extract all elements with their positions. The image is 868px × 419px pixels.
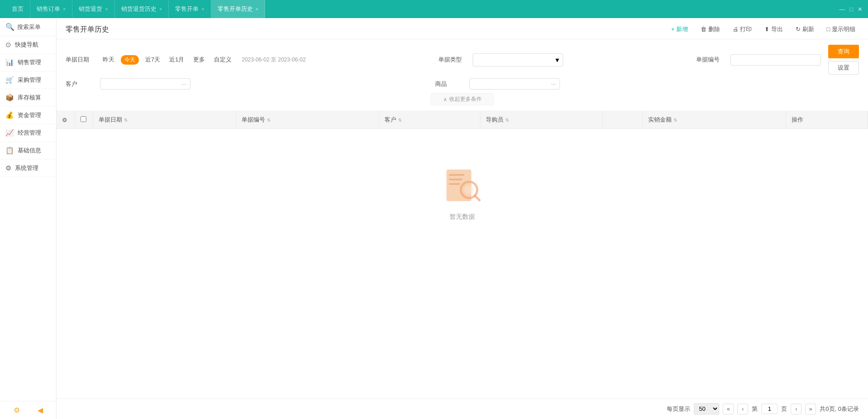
th-checkbox[interactable]: [75, 111, 93, 129]
date-opt-近7天[interactable]: 近7天: [142, 55, 163, 65]
sidebar-item-label: 基础信息: [18, 146, 41, 155]
sidebar-item-采购管理[interactable]: 🛒采购管理: [0, 71, 56, 89]
th-action: 操作: [786, 111, 868, 129]
svg-line-5: [475, 196, 479, 200]
sidebar-settings-btn[interactable]: ⚙: [14, 406, 20, 414]
th-settings[interactable]: ⚙: [57, 111, 75, 129]
sidebar-item-快捷导航[interactable]: ⊙快捷导航: [0, 36, 56, 54]
page-header: 零售开单历史 + 新增 🗑 删除 🖨 打印 ⬆ 导出 ↻ 刷新 □ 显示明细: [57, 18, 868, 39]
page-number-input[interactable]: [761, 404, 778, 414]
sidebar-item-label: 经营管理: [18, 129, 41, 137]
th-amount[interactable]: 实销金额⇅: [643, 111, 786, 129]
next-page-btn[interactable]: ›: [791, 404, 802, 414]
refresh-button[interactable]: ↻ 刷新: [792, 24, 818, 35]
date-opt-更多[interactable]: 更多: [190, 55, 208, 65]
filter-settings-button[interactable]: 设置: [828, 61, 859, 75]
tab-close-icon[interactable]: ×: [63, 6, 66, 12]
customer-ellipsis: ···: [181, 80, 186, 87]
sidebar-icon: ⊙: [5, 41, 11, 49]
date-opt-昨天[interactable]: 昨天: [100, 55, 117, 65]
tab-首页[interactable]: 首页: [5, 0, 30, 18]
last-page-btn[interactable]: »: [805, 404, 816, 414]
pagination: 每页显示 50 10 20 100 « ‹ 第 页 › » 共0页, 0条记录: [57, 398, 868, 419]
th-customer[interactable]: 客户⇅: [379, 111, 480, 129]
empty-icon: [440, 165, 485, 206]
tab-close-icon[interactable]: ×: [159, 6, 162, 12]
th-salesperson[interactable]: 导购员⇅: [480, 111, 602, 129]
svg-rect-2: [449, 179, 462, 180]
delete-button[interactable]: 🗑 删除: [697, 24, 724, 35]
th-spacer: [602, 111, 643, 129]
sidebar-bottom: ⚙ ◀: [0, 401, 56, 419]
close-btn[interactable]: ✕: [858, 6, 863, 13]
customer-select[interactable]: ···: [100, 78, 190, 89]
tab-close-icon[interactable]: ×: [105, 6, 108, 12]
total-label: 共0页, 0条记录: [820, 405, 859, 413]
sidebar-icon: 🛒: [5, 76, 14, 84]
content-area: 零售开单历史 + 新增 🗑 删除 🖨 打印 ⬆ 导出 ↻ 刷新 □ 显示明细 单…: [57, 18, 868, 419]
first-page-btn[interactable]: «: [723, 404, 734, 414]
sidebar-collapse-btn[interactable]: ◀: [38, 406, 43, 414]
prev-page-btn[interactable]: ‹: [737, 404, 748, 414]
data-table: ⚙ 单据日期⇅ 单据编号⇅ 客户⇅ 导购员⇅ 实销金额⇅ 操作: [57, 111, 868, 129]
table-area: ⚙ 单据日期⇅ 单据编号⇅ 客户⇅ 导购员⇅ 实销金额⇅ 操作: [57, 111, 868, 398]
sidebar-icon: 📈: [5, 129, 14, 137]
date-opt-今天[interactable]: 今天: [121, 55, 139, 65]
select-all-checkbox[interactable]: [81, 116, 86, 122]
th-number[interactable]: 单据编号⇅: [236, 111, 379, 129]
query-button[interactable]: 查询: [828, 45, 859, 58]
sidebar-item-基础信息[interactable]: 📋基础信息: [0, 142, 56, 160]
tab-零售开单[interactable]: 零售开单×: [169, 0, 211, 18]
goods-select[interactable]: ···: [470, 78, 560, 89]
goods-label: 商品: [435, 80, 462, 88]
tab-销售订单[interactable]: 销售订单×: [30, 0, 72, 18]
maximize-btn[interactable]: □: [849, 6, 853, 13]
page-size-label: 每页显示: [667, 405, 690, 413]
sidebar-item-经营管理[interactable]: 📈经营管理: [0, 124, 56, 142]
sidebar-item-库存核算[interactable]: 📦库存核算: [0, 89, 56, 107]
date-range: 2023-06-02 至 2023-06-02: [242, 56, 305, 64]
minimize-btn[interactable]: —: [839, 6, 845, 13]
sidebar-item-系统管理[interactable]: ⚙系统管理: [0, 160, 56, 177]
bill-no-input[interactable]: [730, 54, 821, 66]
export-button[interactable]: ⬆ 导出: [761, 24, 787, 35]
date-opt-近1月[interactable]: 近1月: [166, 55, 187, 65]
filter-area: 单据日期 昨天今天近7天近1月更多自定义 2023-06-02 至 2023-0…: [57, 39, 868, 111]
date-label: 单据日期: [66, 56, 93, 64]
sidebar-item-label: 采购管理: [18, 76, 41, 84]
page-unit: 页: [781, 405, 787, 413]
th-date[interactable]: 单据日期⇅: [93, 111, 236, 129]
date-opt-自定义[interactable]: 自定义: [211, 55, 234, 65]
svg-rect-1: [449, 174, 465, 176]
sidebar-item-label: 系统管理: [15, 164, 38, 172]
collapse-bar[interactable]: ∧ 收起更多条件: [431, 93, 494, 105]
search-icon: 🔍: [5, 23, 14, 31]
display-detail-button[interactable]: □ 显示明细: [823, 24, 859, 35]
tab-零售开单历史[interactable]: 零售开单历史×: [211, 0, 265, 18]
table-header-row: ⚙ 单据日期⇅ 单据编号⇅ 客户⇅ 导购员⇅ 实销金额⇅ 操作: [57, 111, 868, 129]
page-title: 零售开单历史: [66, 25, 109, 34]
print-button[interactable]: 🖨 打印: [729, 24, 756, 35]
sidebar-item-销售管理[interactable]: 📊销售管理: [0, 54, 56, 71]
sidebar-icon: 📊: [5, 58, 14, 66]
tab-销货退货[interactable]: 销货退货×: [72, 0, 114, 18]
filter-row-1: 单据日期 昨天今天近7天近1月更多自定义 2023-06-02 至 2023-0…: [66, 45, 859, 75]
tab-销货退货历史[interactable]: 销货退货历史×: [115, 0, 169, 18]
date-options: 昨天今天近7天近1月更多自定义: [100, 55, 234, 65]
empty-state: 暂无数据: [57, 129, 868, 257]
bill-no-label: 单据编号: [696, 56, 723, 64]
bill-type-select[interactable]: ▾: [473, 53, 563, 66]
page-size-select[interactable]: 50 10 20 100: [694, 403, 719, 414]
sidebar-search[interactable]: 🔍 搜索采单: [0, 18, 56, 36]
sidebar-nav: ⊙快捷导航📊销售管理🛒采购管理📦库存核算💰资金管理📈经营管理📋基础信息⚙系统管理: [0, 36, 56, 177]
svg-rect-3: [449, 183, 460, 185]
new-button[interactable]: + 新增: [668, 24, 692, 35]
tab-close-icon[interactable]: ×: [201, 6, 204, 12]
empty-label: 暂无数据: [450, 213, 475, 221]
bill-type-label: 单据类型: [438, 56, 465, 64]
tab-close-icon[interactable]: ×: [256, 6, 258, 12]
top-bar: 首页销售订单×销货退货×销货退货历史×零售开单×零售开单历史× — □ ✕: [0, 0, 868, 18]
sidebar-item-资金管理[interactable]: 💰资金管理: [0, 107, 56, 124]
sidebar: 🔍 搜索采单 ⊙快捷导航📊销售管理🛒采购管理📦库存核算💰资金管理📈经营管理📋基础…: [0, 18, 57, 419]
sidebar-icon: ⚙: [5, 164, 11, 172]
